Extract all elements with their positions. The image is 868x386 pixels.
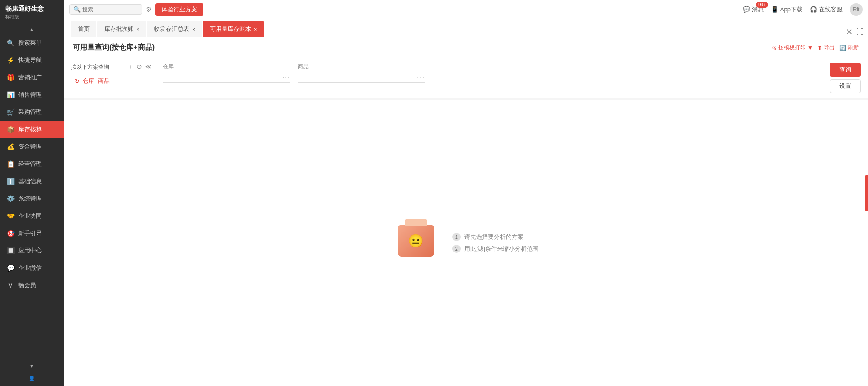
collapse-scheme-button[interactable]: ≪ [145,63,152,71]
tab-available-stock[interactable]: 可用量库存账本 × [203,21,264,37]
settings-scheme-button[interactable]: ⊙ [137,63,142,71]
print-icon: 🖨 [771,45,777,51]
topbar-search-container[interactable]: 🔍 [69,4,142,15]
search-input[interactable] [82,6,137,13]
goods-field-label: 商品 [298,63,425,71]
sidebar-item-经营管理[interactable]: 📋经营管理 [0,155,64,173]
sidebar-item-新手引导[interactable]: 🎯新手引导 [0,225,64,242]
filter-schemes-label: 按以下方案查询 [71,63,109,71]
filter-field-warehouse: 仓库 ··· [163,63,290,83]
print-label: 按模板打印 [778,44,806,51]
warehouse-input[interactable] [163,74,280,81]
add-scheme-button[interactable]: ＋ [127,63,134,71]
sidebar-label-11: 新手引导 [18,229,42,237]
sidebar-item-营销推广[interactable]: 🎁营销推广 [0,69,64,86]
empty-inner: 😐 1 请先选择要分析的方案 2 用[过滤]条件来缩小分析范围 [393,220,538,266]
tab-available-stock-close[interactable]: × [254,26,257,32]
goods-input[interactable] [298,74,415,81]
sidebar-icon-5: 📦 [6,126,15,133]
trial-button[interactable]: 体验行业方案 [155,3,203,16]
sidebar-label-6: 资金管理 [18,143,42,151]
sidebar-icon-0: 🔍 [6,39,15,46]
tab-stock-summary[interactable]: 收发存汇总表 × [147,21,202,37]
sidebar-item-销售管理[interactable]: 📊销售管理 [0,86,64,103]
app-download-label: App下载 [780,5,802,14]
sidebar-icon-6: 💰 [6,143,15,150]
sidebar-icon-14: V [6,282,15,289]
hint-text-2: 用[过滤]条件来缩小分析范围 [464,245,538,253]
empty-hint-1: 1 请先选择要分析的方案 [452,233,538,241]
print-button[interactable]: 🖨 按模板打印 ▼ [771,44,813,51]
empty-state: 😐 1 请先选择要分析的方案 2 用[过滤]条件来缩小分析范围 [64,100,868,386]
expand-window-icon[interactable]: ⛶ [856,28,863,36]
sidebar-item-采购管理[interactable]: 🛒采购管理 [0,103,64,121]
gear-icon[interactable]: ⚙ [146,5,152,14]
sidebar-item-库存核算[interactable]: 📦库存核算 [0,121,64,138]
sidebar-icon-8: ℹ️ [6,178,15,185]
filter-field-goods: 商品 ··· [298,63,425,83]
sidebar-icon-2: 🎁 [6,74,15,81]
refresh-label: 刷新 [848,44,859,51]
sidebar-icon-3: 📊 [6,91,15,98]
app-download-link[interactable]: 📱 App下载 [771,5,802,14]
page-title: 可用量查询(按仓库+商品) [73,43,155,52]
tab-expand-area: ✕ ⛶ [841,27,868,37]
online-service-link[interactable]: 🎧 在线客服 [810,5,843,14]
empty-box-face: 😐 [408,233,424,248]
message-badge: 99+ [756,2,768,8]
tab-inventory-batch-close[interactable]: × [137,26,139,32]
tabs-bar: 首页 库存批次账 × 收发存汇总表 × 可用量库存账本 × ✕ ⛶ [64,19,868,37]
sidebar-item-企业协同[interactable]: 🤝企业协同 [0,207,64,225]
filter-area: 按以下方案查询 ＋ ⊙ ≪ ↻ 仓库+商品 仓库 [64,58,868,98]
scheme-item-warehouse-goods[interactable]: ↻ 仓库+商品 [71,75,152,87]
sidebar-label-3: 销售管理 [18,91,42,99]
sidebar-item-资金管理[interactable]: 💰资金管理 [0,138,64,155]
sidebar-scroll-up[interactable]: ▲ [0,25,64,34]
empty-illustration: 😐 [393,220,439,266]
export-icon: ⬆ [817,45,822,51]
sidebar-item-企业微信[interactable]: 💬企业微信 [0,259,64,277]
page-content: 可用量查询(按仓库+商品) 🖨 按模板打印 ▼ ⬆ 导出 🔄 刷新 [64,37,868,386]
message-icon: 💬 [743,6,750,13]
warehouse-more-icon[interactable]: ··· [282,73,290,81]
scheme-item-label: 仓库+商品 [82,77,110,85]
sidebar-label-7: 经营管理 [18,160,42,168]
sidebar-item-畅会员[interactable]: V畅会员 [0,277,64,294]
tab-inventory-batch[interactable]: 库存批次账 × [97,21,146,37]
filter-schemes-panel: 按以下方案查询 ＋ ⊙ ≪ ↻ 仓库+商品 [71,63,157,87]
print-dropdown-icon[interactable]: ▼ [807,45,813,51]
sidebar-label-1: 快捷导航 [18,56,42,64]
empty-box-illustration: 😐 [398,225,434,257]
page-header: 可用量查询(按仓库+商品) 🖨 按模板打印 ▼ ⬆ 导出 🔄 刷新 [64,37,868,58]
hint-number-2: 2 [452,245,461,253]
goods-more-icon[interactable]: ··· [417,73,425,81]
export-button[interactable]: ⬆ 导出 [817,44,835,51]
sidebar-item-系统管理[interactable]: ⚙️系统管理 [0,190,64,207]
tab-stock-summary-close[interactable]: × [192,26,195,32]
close-window-icon[interactable]: ✕ [846,27,853,37]
tab-home[interactable]: 首页 [71,21,96,37]
filter-fields: 仓库 ··· 商品 ··· [163,63,824,83]
query-button[interactable]: 查询 [830,63,861,77]
sidebar-item-搜索菜单[interactable]: 🔍搜索菜单 [0,34,64,51]
headset-icon: 🎧 [810,6,817,13]
sidebar-item-快捷导航[interactable]: ⚡快捷导航 [0,51,64,69]
sidebar-label-8: 基础信息 [18,177,42,185]
scheme-actions: ＋ ⊙ ≪ [127,63,152,71]
sidebar-label-9: 系统管理 [18,195,42,203]
refresh-icon: 🔄 [839,45,846,51]
sidebar-label-14: 畅会员 [18,281,36,289]
settings-button[interactable]: 设置 [830,79,861,93]
sidebar-label-12: 应用中心 [18,247,42,255]
goods-field-input: ··· [298,72,425,83]
sidebar-label-4: 采购管理 [18,108,42,116]
sidebar-icon-12: 🔲 [6,247,15,254]
user-avatar[interactable]: Rit [850,3,863,16]
sidebar-scroll-down[interactable]: ▼ [0,361,64,371]
sidebar-bottom: 👤 [0,371,64,386]
refresh-button[interactable]: 🔄 刷新 [839,44,859,51]
message-button[interactable]: 💬 消息 99+ [743,5,764,14]
sidebar-item-应用中心[interactable]: 🔲应用中心 [0,242,64,259]
app-name: 畅康通好生意 [5,5,58,14]
sidebar-item-基础信息[interactable]: ℹ️基础信息 [0,173,64,190]
